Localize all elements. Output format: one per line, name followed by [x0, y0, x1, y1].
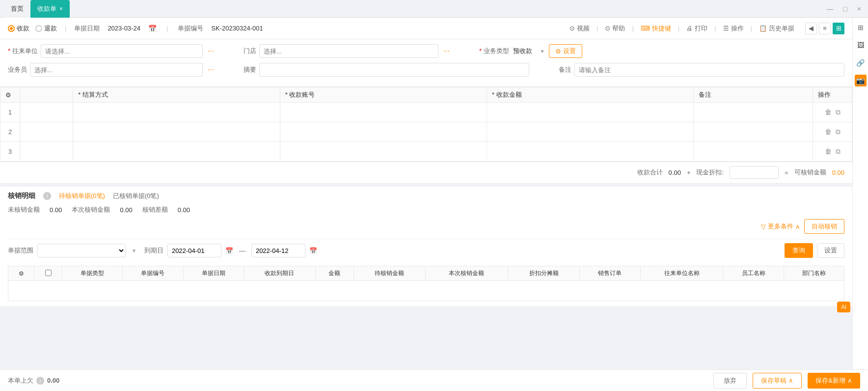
- range-field: 单据范围 ▼: [8, 244, 136, 257]
- table-row: 3 🗑 ⧉: [0, 142, 852, 162]
- col-action-header: 操作: [813, 87, 852, 103]
- counterpart-more-btn[interactable]: ···: [208, 47, 214, 55]
- video-btn[interactable]: ⊙ 视频: [570, 24, 590, 33]
- tab-receipt-close[interactable]: ×: [59, 5, 63, 12]
- date-to-icon[interactable]: 📅: [309, 247, 317, 254]
- range-select[interactable]: [37, 244, 126, 257]
- radio-receipt-label: 收款: [17, 24, 29, 33]
- bt-col-pending: 待核销金额: [353, 266, 425, 281]
- summary-field: 摘要: [244, 63, 529, 77]
- row2-copy-icon[interactable]: ⧉: [836, 128, 841, 136]
- date-from-input[interactable]: [167, 244, 221, 257]
- row1-account[interactable]: [280, 103, 487, 122]
- date-to-input[interactable]: [251, 244, 305, 257]
- shortcut-btn[interactable]: ⌨ 快捷键: [641, 24, 671, 33]
- row2-settlement[interactable]: [73, 122, 280, 142]
- row2-amount[interactable]: [487, 122, 694, 142]
- bt-col-check[interactable]: [34, 266, 62, 281]
- close-btn[interactable]: ×: [854, 5, 864, 13]
- staff-input[interactable]: [30, 63, 203, 77]
- maximize-btn[interactable]: □: [840, 5, 850, 13]
- row3-amount[interactable]: [487, 142, 694, 162]
- summary-input[interactable]: [259, 63, 529, 77]
- store-more-btn[interactable]: ···: [443, 47, 450, 55]
- print-btn[interactable]: 🖨 打印: [686, 24, 707, 33]
- minimize-btn[interactable]: —: [823, 5, 836, 13]
- print-label: 打印: [695, 24, 707, 33]
- writeoff-title: 核销明细: [8, 192, 35, 200]
- settings-icon: ⚙: [555, 48, 561, 55]
- calendar-icon[interactable]: 📅: [148, 25, 157, 32]
- tab-receipt[interactable]: 收款单 ×: [30, 0, 70, 18]
- writeoff-info-icon[interactable]: i: [43, 192, 51, 200]
- row2-delete-icon[interactable]: 🗑: [825, 128, 832, 136]
- writeoff-pending-tab[interactable]: 待核销单据(0笔): [59, 192, 105, 200]
- help-btn[interactable]: ⊙ 帮助: [605, 24, 625, 33]
- counterpart-input[interactable]: [41, 44, 203, 58]
- row1-copy-icon[interactable]: ⧉: [836, 108, 841, 116]
- plus-sign: +: [687, 169, 691, 176]
- sidebar-screenshot-icon[interactable]: 📷: [855, 75, 867, 86]
- row2-account[interactable]: [280, 122, 487, 142]
- writeoff-stats: 未核销金额 0.00 本次核销金额 0.00 核销差额 0.00: [8, 205, 844, 214]
- row1-delete-icon[interactable]: 🗑: [825, 108, 832, 116]
- operation-btn[interactable]: ☰ 操作: [723, 24, 744, 33]
- writeoff-toolbar: ▽ 更多条件 ∧ 自动核销: [8, 219, 844, 234]
- date-separator: —: [239, 247, 245, 254]
- row1-settlement[interactable]: [73, 103, 280, 122]
- row2-remark[interactable]: [694, 122, 813, 142]
- auto-writeoff-btn[interactable]: 自动核销: [804, 219, 844, 234]
- row3-copy-icon[interactable]: ⧉: [836, 147, 841, 156]
- row3-num: 3: [0, 142, 20, 162]
- diff-value: 0.00: [178, 206, 190, 214]
- shortcut-label: 快捷键: [652, 24, 671, 33]
- row3-remark[interactable]: [694, 142, 813, 162]
- receipt-table: ⚙ * 结算方式 * 收款账号 * 收款金额 备注: [0, 87, 852, 162]
- footer-info-icon[interactable]: i: [36, 377, 44, 385]
- view-icon-grid[interactable]: ⊞: [833, 23, 844, 34]
- row3-account[interactable]: [280, 142, 487, 162]
- remark-input[interactable]: [574, 63, 844, 77]
- query-btn[interactable]: 查询: [785, 243, 813, 258]
- discard-btn[interactable]: 放弃: [713, 373, 747, 389]
- discount-input[interactable]: [730, 166, 779, 179]
- col-num-header: [20, 87, 73, 103]
- number-value: SK-20230324-001: [211, 25, 263, 32]
- settings-btn[interactable]: ⚙ 设置: [549, 44, 582, 58]
- business-type-label: * 业务类型: [479, 47, 509, 56]
- bt-col-settings[interactable]: ⚙: [8, 266, 34, 281]
- history-btn[interactable]: 📋 历史单据: [759, 24, 794, 33]
- radio-receipt[interactable]: 收款: [8, 24, 29, 33]
- remark-field: 备注: [559, 63, 844, 77]
- row1-remark[interactable]: [694, 103, 813, 122]
- business-type-chevron[interactable]: ▼: [540, 49, 545, 54]
- page-footer: 本单上欠 i 0.00 放弃 保存草稿 ∧ 保存&新增 ∧: [0, 369, 868, 391]
- writeoff-done-tab[interactable]: 已核销单据(0笔): [113, 192, 159, 200]
- view-icon-list[interactable]: ≡: [819, 23, 831, 34]
- date-from-icon[interactable]: 📅: [225, 247, 233, 254]
- row1-amount[interactable]: [487, 103, 694, 122]
- due-date-label: 到期日: [144, 246, 163, 255]
- sidebar-image-icon[interactable]: 🖼: [855, 39, 867, 51]
- staff-more-btn[interactable]: ···: [208, 66, 214, 74]
- col-settings-header[interactable]: ⚙: [0, 87, 20, 103]
- view-icon-prev[interactable]: ◀: [805, 23, 817, 34]
- tab-home[interactable]: 首页: [4, 0, 30, 18]
- store-input[interactable]: [259, 44, 438, 58]
- sidebar-table-icon[interactable]: ⊞: [855, 22, 867, 33]
- footer-right: 放弃 保存草稿 ∧ 保存&新增 ∧: [713, 373, 860, 389]
- bt-check-all[interactable]: [45, 270, 52, 276]
- sidebar-link-icon[interactable]: 🔗: [855, 57, 867, 69]
- ai-badge[interactable]: Ai: [837, 302, 850, 312]
- number-label: 单据编号: [178, 24, 203, 33]
- history-icon: 📋: [759, 25, 767, 32]
- save-btn[interactable]: 保存&新增 ∧: [808, 373, 860, 389]
- search-settings-btn[interactable]: 设置: [817, 243, 844, 258]
- unverified-label: 未核销金额: [8, 205, 40, 214]
- filter-btn[interactable]: ▽ 更多条件 ∧: [761, 222, 800, 231]
- radio-refund[interactable]: 退款: [35, 24, 57, 33]
- row3-delete-icon[interactable]: 🗑: [825, 147, 832, 156]
- row3-settlement[interactable]: [73, 142, 280, 162]
- video-label: 视频: [577, 24, 590, 33]
- draft-btn[interactable]: 保存草稿 ∧: [753, 373, 802, 389]
